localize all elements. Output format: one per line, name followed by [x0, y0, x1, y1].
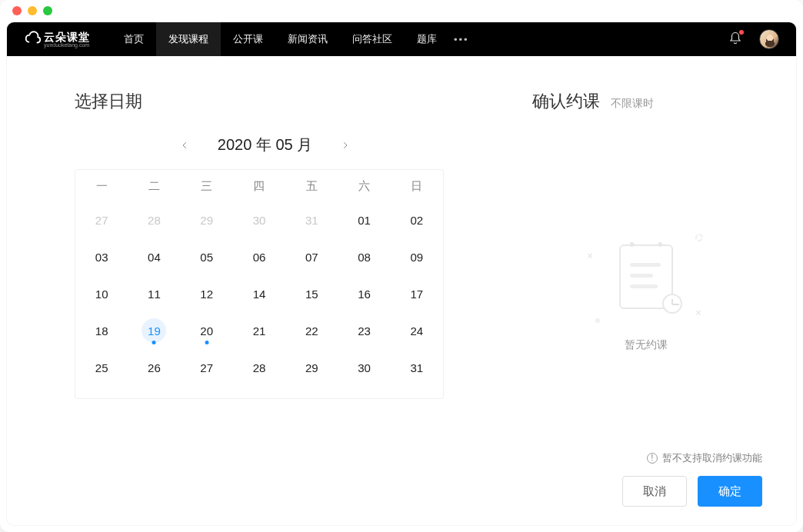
day-number: 14 — [247, 281, 272, 306]
window-maximize-button[interactable] — [43, 6, 52, 15]
topnav: 云朵课堂 yunduoketang.com 首页发现课程公开课新闻资讯问答社区题… — [7, 22, 796, 56]
calendar: 一二三四五六日 27282930310102030405060708091011… — [75, 169, 444, 399]
content: 选择日期 2020 年 05 月 一二三四五六日 272829303101020… — [7, 56, 796, 525]
calendar-day[interactable]: 10 — [75, 277, 128, 311]
calendar-day[interactable]: 25 — [75, 351, 128, 384]
calendar-weekday-row: 一二三四五六日 — [75, 169, 444, 203]
day-number: 30 — [352, 355, 377, 380]
brand-domain: yunduoketang.com — [44, 42, 90, 48]
day-number: 18 — [89, 318, 114, 343]
calendar-day[interactable]: 17 — [391, 277, 443, 311]
calendar-day[interactable]: 18 — [75, 314, 128, 347]
weekday-label: 五 — [285, 179, 338, 194]
notification-bell[interactable] — [728, 32, 742, 48]
nav-item[interactable]: 公开课 — [221, 22, 275, 56]
user-avatar[interactable] — [759, 29, 779, 49]
calendar-day[interactable]: 24 — [391, 314, 443, 347]
calendar-day[interactable]: 03 — [75, 240, 128, 274]
confirm-button[interactable]: 确定 — [698, 476, 762, 507]
month-label: 2020 年 05 月 — [218, 135, 312, 155]
calendar-day[interactable]: 12 — [181, 277, 233, 311]
button-row: 取消 确定 — [529, 476, 762, 507]
day-number: 04 — [142, 244, 166, 269]
confirm-panel: 确认约课 不限课时 × × — [523, 56, 796, 525]
day-number: 28 — [247, 355, 272, 380]
day-number: 20 — [195, 318, 219, 343]
calendar-day[interactable]: 30 — [338, 351, 390, 384]
calendar-day: 30 — [233, 203, 285, 237]
day-number: 16 — [352, 281, 377, 306]
calendar-day[interactable]: 28 — [233, 351, 285, 384]
calendar-day[interactable]: 15 — [285, 277, 338, 311]
calendar-day[interactable]: 26 — [128, 351, 180, 384]
cancel-button[interactable]: 取消 — [622, 476, 687, 507]
next-month-button[interactable] — [338, 138, 352, 152]
chevron-left-icon — [180, 141, 189, 150]
weekday-label: 四 — [233, 179, 285, 194]
calendar-day[interactable]: 19 — [128, 314, 180, 347]
day-number: 01 — [352, 208, 377, 232]
day-number: 08 — [352, 244, 377, 269]
confirm-panel-title: 确认约课 — [532, 90, 600, 113]
calendar-day[interactable]: 23 — [338, 314, 390, 347]
calendar-day[interactable]: 09 — [391, 240, 443, 274]
calendar-day[interactable]: 08 — [338, 240, 390, 274]
calendar-grid: 2728293031010203040506070809101112141516… — [75, 200, 444, 399]
calendar-day: 31 — [285, 203, 338, 237]
notepad-icon — [619, 244, 673, 309]
calendar-day[interactable]: 02 — [391, 203, 443, 237]
calendar-day[interactable]: 11 — [128, 277, 180, 311]
weekday-label: 六 — [338, 179, 390, 194]
calendar-day[interactable]: 29 — [285, 351, 338, 384]
calendar-day[interactable]: 16 — [338, 277, 390, 311]
calendar-day[interactable]: 04 — [128, 240, 180, 274]
calendar-day: 28 — [128, 203, 180, 237]
day-number: 03 — [89, 244, 114, 269]
window-close-button[interactable] — [12, 6, 22, 15]
day-number: 02 — [405, 208, 429, 232]
brand-logo[interactable]: 云朵课堂 yunduoketang.com — [24, 31, 90, 48]
calendar-day[interactable]: 27 — [181, 351, 233, 384]
info-icon: ! — [647, 453, 658, 464]
date-panel-title: 选择日期 — [75, 90, 455, 113]
day-number: 09 — [405, 244, 429, 269]
weekday-label: 三 — [181, 179, 233, 194]
day-number: 29 — [299, 355, 324, 380]
nav-item[interactable]: 问答社区 — [340, 22, 405, 56]
nav-items: 首页发现课程公开课新闻资讯问答社区题库 — [112, 22, 449, 56]
confirm-panel-subtitle: 不限课时 — [611, 97, 654, 111]
clock-icon — [662, 294, 682, 314]
chevron-right-icon — [341, 141, 350, 150]
calendar-day[interactable]: 31 — [391, 351, 443, 384]
month-picker: 2020 年 05 月 — [75, 135, 455, 155]
nav-item[interactable]: 发现课程 — [156, 22, 221, 56]
date-panel: 选择日期 2020 年 05 月 一二三四五六日 272829303101020… — [7, 56, 523, 525]
window-minimize-button[interactable] — [28, 6, 37, 15]
calendar-day[interactable]: 21 — [233, 314, 285, 347]
calendar-day[interactable]: 06 — [233, 240, 285, 274]
day-number: 19 — [142, 318, 166, 343]
calendar-day[interactable]: 20 — [181, 314, 233, 347]
app-inner: 云朵课堂 yunduoketang.com 首页发现课程公开课新闻资讯问答社区题… — [6, 22, 797, 526]
day-number: 10 — [89, 281, 114, 306]
nav-more-icon[interactable]: ••• — [454, 34, 469, 45]
day-number: 27 — [89, 208, 114, 232]
day-number: 29 — [195, 208, 219, 232]
calendar-day[interactable]: 22 — [285, 314, 338, 347]
calendar-day[interactable]: 05 — [181, 240, 233, 274]
calendar-day[interactable]: 14 — [233, 277, 285, 311]
nav-item[interactable]: 题库 — [405, 22, 449, 56]
warning-text: 暂不支持取消约课功能 — [662, 451, 762, 465]
day-number: 21 — [247, 318, 272, 343]
window-titlebar — [0, 0, 803, 22]
calendar-day[interactable]: 07 — [285, 240, 338, 274]
prev-month-button[interactable] — [178, 138, 192, 152]
calendar-day[interactable]: 01 — [338, 203, 390, 237]
brand-name: 云朵课堂 — [44, 32, 90, 42]
weekday-label: 二 — [128, 179, 180, 194]
nav-item[interactable]: 新闻资讯 — [275, 22, 340, 56]
day-number: 22 — [299, 318, 324, 343]
day-number: 31 — [299, 208, 324, 232]
nav-item[interactable]: 首页 — [112, 22, 156, 56]
day-number: 12 — [195, 281, 219, 306]
